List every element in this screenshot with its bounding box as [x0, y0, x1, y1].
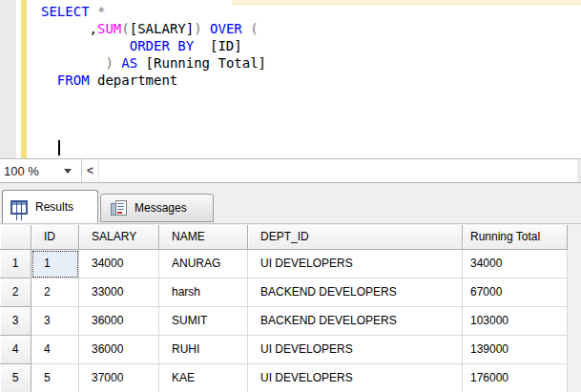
code-lines[interactable]: SELECT * ,SUM([SALARY]) OVER ( ORDER BY …: [41, 3, 266, 157]
code-line[interactable]: SELECT *: [41, 3, 266, 20]
tab-results-label: Results: [35, 200, 73, 214]
results-grid: IDSALARYNAMEDEPT_IDRunning Total 1134000…: [0, 223, 581, 392]
grid-cell[interactable]: RUHI: [159, 336, 248, 364]
tab-messages[interactable]: Messages: [100, 194, 214, 222]
zoom-level-dropdown[interactable]: 100 %: [4, 159, 72, 182]
sql-editor[interactable]: SELECT * ,SUM([SALARY]) OVER ( ORDER BY …: [0, 0, 581, 158]
table-row: 4436000RUHIUI DEVELOPERS139000: [0, 336, 568, 364]
grid-cell[interactable]: 1: [31, 250, 79, 279]
grid-body: 1134000ANURAGUI DEVELOPERS340002233000ha…: [0, 250, 568, 392]
table-row: 2233000harshBACKEND DEVELOPERS67000: [0, 279, 568, 307]
grid-cell[interactable]: 5: [31, 364, 79, 392]
grid-cell[interactable]: ANURAG: [159, 250, 248, 279]
tab-messages-label: Messages: [135, 201, 187, 215]
messages-icon: [111, 200, 127, 216]
code-line[interactable]: ORDER BY [ID]: [41, 37, 266, 54]
grid-cell[interactable]: 2: [31, 279, 79, 307]
grid-cell[interactable]: SUMIT: [159, 307, 248, 336]
grid-cell[interactable]: 176000: [463, 364, 568, 392]
grid-cell[interactable]: 36000: [79, 307, 159, 336]
grid-cell[interactable]: 139000: [463, 336, 568, 364]
grid-header-row: IDSALARYNAMEDEPT_IDRunning Total: [0, 225, 568, 250]
results-messages-tabstrip: Results Messages: [0, 183, 581, 223]
grid-cell[interactable]: 3: [31, 307, 79, 336]
code-line[interactable]: FROM department: [41, 72, 266, 89]
grid-cell[interactable]: harsh: [159, 279, 248, 307]
zoom-dropdown-arrow-icon: [64, 169, 72, 174]
scrollbar-track[interactable]: [99, 159, 577, 182]
code-line[interactable]: [41, 123, 266, 140]
grid-cell[interactable]: 103000: [463, 307, 568, 336]
row-number-cell[interactable]: 2: [0, 279, 31, 307]
scrollbar-corner: [577, 159, 581, 182]
editor-selection-margin: [0, 0, 16, 158]
table-row: 3336000SUMITBACKEND DEVELOPERS103000: [0, 307, 568, 336]
grid-cell[interactable]: UI DEVELOPERS: [248, 250, 463, 279]
tab-results[interactable]: Results: [2, 190, 98, 223]
grid-header-cell[interactable]: DEPT_ID: [248, 225, 463, 250]
grid-cell[interactable]: KAE: [159, 364, 248, 392]
text-cursor-caret: [58, 140, 60, 155]
code-line[interactable]: [41, 140, 266, 157]
results-grid-icon: [10, 200, 28, 215]
row-number-cell[interactable]: 3: [0, 307, 31, 336]
table-row: 5537000KAEUI DEVELOPERS176000: [0, 364, 568, 392]
scroll-left-button[interactable]: <: [82, 159, 99, 182]
grid-cell[interactable]: BACKEND DEVELOPERS: [248, 279, 463, 307]
scroll-left-arrow-icon: <: [87, 164, 93, 177]
row-number-cell[interactable]: 1: [0, 250, 31, 279]
grid-header-cell[interactable]: NAME: [159, 225, 248, 250]
grid-cell[interactable]: 67000: [463, 279, 568, 307]
change-tracking-bar: [21, 0, 27, 158]
row-number-cell[interactable]: 5: [0, 364, 31, 392]
grid-cell[interactable]: 34000: [79, 250, 159, 279]
grid-cell[interactable]: 37000: [79, 364, 159, 392]
grid-cell[interactable]: UI DEVELOPERS: [248, 336, 463, 364]
highlight-strip: [232, 0, 581, 5]
grid-cell[interactable]: BACKEND DEVELOPERS: [248, 307, 463, 336]
code-line[interactable]: [41, 89, 266, 106]
ssms-query-window: SELECT * ,SUM([SALARY]) OVER ( ORDER BY …: [0, 0, 581, 392]
table-row: 1134000ANURAGUI DEVELOPERS34000: [0, 250, 568, 279]
editor-status-row: 100 % <: [0, 158, 581, 183]
grid-corner-cell[interactable]: [0, 225, 31, 250]
row-number-cell[interactable]: 4: [0, 336, 31, 364]
grid-cell[interactable]: 33000: [79, 279, 159, 307]
code-line[interactable]: ,SUM([SALARY]) OVER (: [41, 20, 266, 37]
grid-cell[interactable]: 4: [31, 336, 79, 364]
grid-cell[interactable]: UI DEVELOPERS: [248, 364, 463, 392]
code-line[interactable]: ) AS [Running Total]: [41, 54, 266, 72]
code-line[interactable]: [41, 106, 266, 123]
grid-cell[interactable]: 34000: [463, 250, 568, 279]
results-grid-table: IDSALARYNAMEDEPT_IDRunning Total 1134000…: [0, 225, 568, 392]
grid-header-cell[interactable]: Running Total: [463, 225, 568, 250]
grid-cell[interactable]: 36000: [79, 336, 159, 364]
horizontal-scrollbar[interactable]: <: [81, 159, 581, 182]
grid-header-cell[interactable]: ID: [31, 225, 79, 250]
grid-header-cell[interactable]: SALARY: [79, 225, 159, 250]
zoom-level-value: 100 %: [4, 164, 39, 178]
